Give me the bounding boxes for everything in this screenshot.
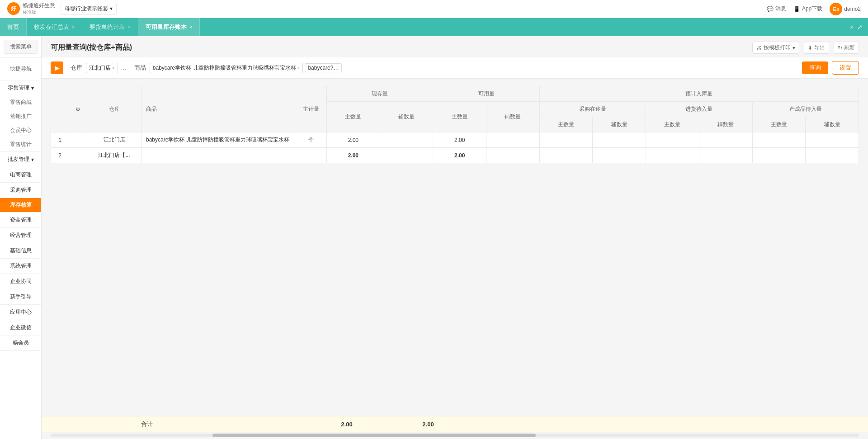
print-btn[interactable]: 🖨 按模板打印 ▾ [752,42,799,54]
row1-inbound-main [646,132,699,148]
filter-tag-product2[interactable]: babycare?… [305,63,342,72]
row2-stock-sub [380,148,433,163]
sidebar-section-header-finance[interactable]: 资金管理 [0,212,41,227]
export-btn[interactable]: ⬇ 导出 [804,42,829,54]
filter-tag-product1-value: babycare学饮杯 儿童防摔防撞吸管杯重力球吸嘴杯宝宝水杯 [153,64,296,72]
sidebar-section-finance: 资金管理 [0,212,41,228]
row2-warehouse: 江北门店【... [87,148,142,163]
tab-bar: 首页 收发存汇总表 × 要货单统计表 × 可用量库存账本 × × ⤢ [0,18,868,36]
sidebar-section-header-enterprise[interactable]: 企业协同 [0,274,41,289]
sidebar-section-appcenter: 应用中心 [0,305,41,320]
app-download-btn[interactable]: 📱 App下载 [793,5,822,13]
filter-tag-warehouse[interactable]: 江北门店 × [86,63,118,73]
sidebar-section-inventory: 库存核算 [0,198,41,212]
sidebar-section-header-ecommerce[interactable]: 电商管理 [0,167,41,182]
th-inbound-group: 进货待入量 [646,102,752,117]
sidebar-item-retail-shop[interactable]: 零售商城 [0,95,41,109]
th-inbound-main: 主数量 [646,117,699,132]
scroll-bar-container [42,432,868,439]
message-icon: 💬 [767,6,774,12]
th-inbound-sub: 辅数量 [699,117,752,132]
filter-warehouse-more-icon[interactable]: … [120,64,127,72]
tab-home[interactable]: 首页 [0,18,27,36]
table-container: ⚙ 仓库 商品 主计量 现存量 可用量 预计入库量 主数量 辅数量 主数量 辅数… [42,79,868,416]
tab-order[interactable]: 要货单统计表 × [82,18,138,36]
filter-tag-warehouse-value: 江北门店 [89,64,111,72]
sidebar-item-marketing[interactable]: 营销推广 [0,109,41,123]
sidebar-section-header-basic[interactable]: 基础信息 [0,243,41,258]
message-btn[interactable]: 💬 消息 [767,5,786,13]
row1-production-main [752,132,806,148]
table-row: 2 江北门店【... 2.00 2.00 [51,148,859,163]
row1-production-sub [806,132,859,148]
filter-tag-product1-close-icon[interactable]: × [297,66,300,71]
tab-available-label: 可用量库存账本 [146,23,187,31]
filter-bar: ▶ 仓库 江北门店 × … 商品 babycare学饮杯 儿童防摔防撞吸管杯重力… [42,57,868,79]
filter-tag-product1[interactable]: babycare学饮杯 儿童防摔防撞吸管杯重力球吸嘴杯宝宝水杯 × [150,63,303,73]
th-forecast-group: 预计入库量 [539,86,859,102]
th-stock-main: 主数量 [327,102,380,132]
settings-btn[interactable]: 设置 [832,61,859,75]
tab-available-close[interactable]: × [189,24,192,30]
th-purchase-main: 主数量 [539,117,593,132]
sidebar-section-enterprise: 企业协同 [0,274,41,289]
tab-order-close[interactable]: × [127,24,130,30]
scroll-bar-thumb[interactable] [212,434,536,437]
total-stock-main: 2.00 [326,421,367,428]
th-settings[interactable]: ⚙ [69,86,87,132]
refresh-btn[interactable]: ↻ 刷新 [834,42,859,54]
tab-available[interactable]: 可用量库存账本 × [138,18,200,36]
sidebar-section-label-system: 系统管理 [10,262,32,270]
tab-expand-icon[interactable]: ⤢ [857,24,863,31]
filter-tag-warehouse-close-icon[interactable]: × [112,66,115,71]
tab-receive-close[interactable]: × [72,24,75,30]
row2-production-sub [806,148,859,163]
sidebar-nav: 快捷导航 [0,58,41,80]
row1-stock-sub [380,132,433,148]
sidebar-section-header-retail[interactable]: 零售管理 ▾ [0,80,41,95]
logo-sub: 标准版 [23,9,55,15]
row1-avail-main: 2.00 [433,132,486,148]
th-avail-main: 主数量 [433,102,486,132]
sidebar-item-inventory[interactable]: 库存核算 [0,198,41,212]
sidebar-item-quick-nav[interactable]: 快捷导航 [0,61,41,76]
query-btn[interactable]: 查询 [802,61,828,74]
tab-close-all-icon[interactable]: × [850,24,854,31]
sidebar-section-header-wholesale[interactable]: 批发管理 ▾ [0,152,41,167]
org-selector[interactable]: 母婴行业演示账套 ▾ [61,3,117,15]
sidebar-section-label-business: 经营管理 [10,231,32,239]
row1-unit: 个 [295,132,327,148]
sidebar-item-retail-stats[interactable]: 零售统计 [0,137,41,151]
filter-warehouse-tags: 江北门店 × … [86,63,127,73]
logo-area: 好 畅捷通好生意 标准版 [7,2,55,15]
page-actions: 🖨 按模板打印 ▾ ⬇ 导出 ↻ 刷新 [752,42,859,54]
top-bar: 好 畅捷通好生意 标准版 母婴行业演示账套 ▾ 💬 消息 📱 App下载 Ea … [0,0,868,18]
top-bar-left: 好 畅捷通好生意 标准版 母婴行业演示账套 ▾ [7,2,117,15]
sidebar-section-header-system[interactable]: 系统管理 [0,259,41,274]
tab-receive[interactable]: 收发存汇总表 × [27,18,82,36]
org-chevron-icon: ▾ [110,5,113,12]
sidebar-section-header-wechat[interactable]: 企业微信 [0,320,41,335]
sidebar-section-header-newbie[interactable]: 新手引导 [0,289,41,304]
export-icon: ⬇ [808,45,812,51]
logo-text-area: 畅捷通好生意 标准版 [23,2,55,15]
sidebar-section-label-basic: 基础信息 [10,247,32,255]
filter-toggle-btn[interactable]: ▶ [51,61,63,74]
sidebar-section-header-purchase[interactable]: 采购管理 [0,183,41,198]
row1-purchase-sub [593,132,646,148]
sidebar-section-newbie: 新手引导 [0,289,41,305]
sidebar-section-header-appcenter[interactable]: 应用中心 [0,305,41,320]
sidebar-section-label-finance: 资金管理 [10,216,32,224]
sidebar-section-wechat: 企业微信 [0,320,41,335]
content-area: 可用量查询(按仓库+商品) 🖨 按模板打印 ▾ ⬇ 导出 ↻ 刷新 ▶ [42,36,868,439]
sidebar-search-btn[interactable]: 搜索菜单 [4,40,38,54]
sidebar-section-label-wechat: 企业微信 [10,324,32,331]
sidebar-item-members[interactable]: 会员中心 [0,123,41,137]
sidebar-section-header-business[interactable]: 经营管理 [0,228,41,243]
avatar: Ea [830,3,842,15]
row2-avail-sub [486,148,540,163]
user-profile-btn[interactable]: Ea demo2 [830,3,861,15]
sidebar-section-header-member[interactable]: 畅会员 [0,335,41,350]
data-table: ⚙ 仓库 商品 主计量 现存量 可用量 预计入库量 主数量 辅数量 主数量 辅数… [51,86,859,163]
sidebar-section-business: 经营管理 [0,228,41,243]
